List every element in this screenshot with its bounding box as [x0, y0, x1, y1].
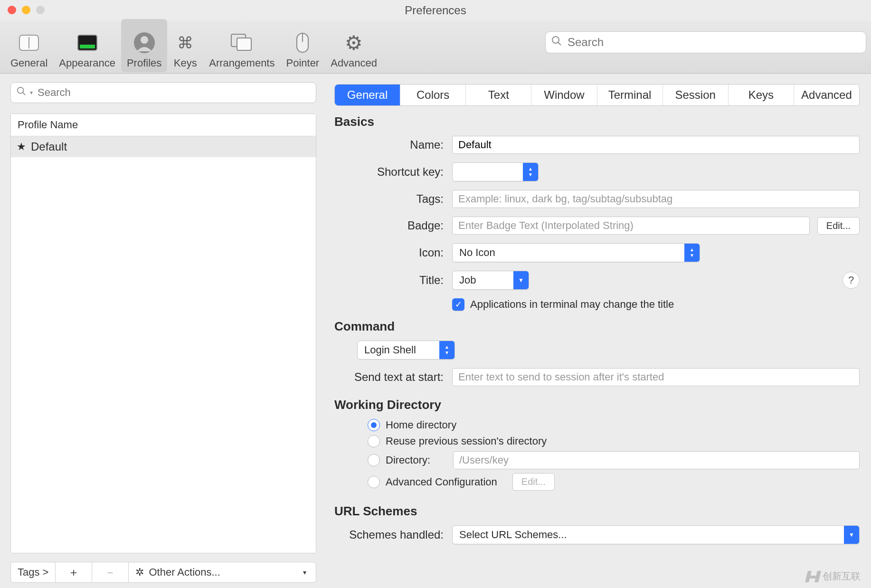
radio-icon [368, 454, 380, 466]
icon-value: No Icon [453, 247, 502, 259]
other-actions-label: Other Actions... [149, 566, 220, 579]
directory-input[interactable] [453, 451, 860, 469]
tab-text[interactable]: Text [466, 85, 531, 105]
profile-table-empty [11, 157, 316, 553]
section-url: URL Schemes [334, 504, 860, 519]
tags-label: Tags: [334, 192, 444, 206]
tab-keys[interactable]: ⌘ Keys [167, 19, 203, 72]
tab-arrangements-label: Arrangements [209, 57, 275, 69]
tab-arrangements[interactable]: Arrangements [203, 19, 280, 72]
svg-point-12 [18, 87, 24, 94]
title-select[interactable]: Job ▼ [452, 271, 529, 290]
tab-general[interactable]: General [5, 19, 53, 72]
tab-keys[interactable]: Keys [729, 85, 794, 105]
remove-profile-button[interactable]: － [92, 562, 129, 583]
profile-table: Profile Name ★ Default [10, 114, 316, 553]
shell-select[interactable]: Login Shell ▲▼ [357, 341, 455, 360]
tab-advanced[interactable]: ⚙ Advanced [325, 19, 383, 72]
star-icon: ★ [17, 141, 26, 153]
shell-value: Login Shell [358, 344, 423, 356]
stepper-icon: ▲▼ [684, 244, 700, 262]
tab-advanced[interactable]: Advanced [794, 85, 859, 105]
toolbar: General Appearance Profiles ⌘ Keys Arran… [0, 21, 871, 74]
titlebar: Preferences [0, 0, 871, 21]
watermark-icon [805, 571, 821, 582]
url-schemes-value: Select URL Schemes... [453, 529, 574, 541]
badge-input[interactable] [452, 217, 810, 235]
stepper-icon: ▲▼ [523, 163, 538, 181]
check-icon: ✓ [452, 298, 464, 311]
section-command: Command [334, 319, 860, 334]
radio-directory-label: Directory: [386, 454, 443, 466]
tags-button[interactable]: Tags > [10, 562, 56, 583]
tab-advanced-label: Advanced [331, 57, 377, 69]
watermark: 创新互联 [806, 570, 861, 583]
tab-profiles[interactable]: Profiles [121, 19, 167, 72]
tab-profiles-label: Profiles [127, 57, 161, 69]
radio-icon [368, 476, 380, 488]
url-schemes-label: Schemes handled: [334, 528, 444, 541]
profile-name-header: Profile Name [18, 119, 309, 131]
radio-directory[interactable]: Directory: [368, 451, 860, 469]
title-value: Job [453, 274, 483, 286]
svg-point-5 [141, 36, 148, 44]
send-text-input[interactable] [452, 368, 860, 386]
toolbar-search-input[interactable] [567, 35, 860, 49]
shortcut-label: Shortcut key: [334, 165, 444, 179]
svg-rect-7 [237, 38, 251, 50]
profile-table-header[interactable]: Profile Name [11, 114, 316, 136]
shortcut-select[interactable]: ▲▼ [452, 162, 539, 181]
profile-tabs: General Colors Text Window Terminal Sess… [334, 84, 860, 106]
window-title: Preferences [0, 4, 871, 17]
radio-reuse-dir[interactable]: Reuse previous session's directory [368, 435, 860, 447]
profile-search-input[interactable] [37, 86, 310, 99]
radio-icon [368, 419, 380, 431]
tab-terminal[interactable]: Terminal [597, 85, 663, 105]
url-schemes-select[interactable]: Select URL Schemes... ▼ [452, 525, 860, 544]
gear-icon: ✲ [135, 566, 144, 579]
pointer-icon [290, 30, 315, 55]
toolbar-search[interactable] [545, 31, 866, 53]
profile-search[interactable]: ▾ [10, 82, 316, 103]
section-basics: Basics [334, 114, 860, 129]
svg-line-13 [23, 93, 25, 95]
tab-general-label: General [10, 57, 47, 69]
tab-window[interactable]: Window [531, 85, 597, 105]
help-button[interactable]: ? [843, 272, 860, 289]
other-actions-button[interactable]: ✲ Other Actions... ▾ [129, 562, 316, 583]
title-change-checkbox[interactable]: ✓ Applications in terminal may change th… [452, 298, 674, 311]
radio-reuse-label: Reuse previous session's directory [386, 435, 547, 447]
radio-home-dir[interactable]: Home directory [368, 419, 860, 431]
tab-appearance[interactable]: Appearance [53, 19, 121, 72]
gear-icon: ⚙ [341, 30, 366, 55]
title-change-label: Applications in terminal may change the … [470, 298, 674, 311]
general-icon [17, 30, 41, 55]
icon-select[interactable]: No Icon ▲▼ [452, 243, 700, 262]
chevron-down-icon[interactable]: ▾ [30, 89, 33, 96]
zoom-icon[interactable] [36, 6, 45, 14]
tab-session[interactable]: Session [663, 85, 729, 105]
send-text-label: Send text at start: [334, 370, 444, 384]
keys-icon: ⌘ [173, 30, 198, 55]
name-input[interactable] [452, 136, 860, 154]
tab-colors[interactable]: Colors [400, 85, 466, 105]
add-profile-button[interactable]: ＋ [56, 562, 92, 583]
radio-home-label: Home directory [386, 419, 456, 431]
tab-pointer-label: Pointer [286, 57, 319, 69]
chevron-down-icon: ▾ [303, 569, 306, 576]
badge-edit-button[interactable]: Edit... [817, 217, 860, 235]
advanced-edit-button[interactable]: Edit... [512, 473, 555, 491]
tab-pointer[interactable]: Pointer [280, 19, 325, 72]
traffic-lights [8, 6, 45, 14]
name-label: Name: [334, 138, 444, 152]
badge-label: Badge: [334, 219, 444, 232]
profile-row[interactable]: ★ Default [11, 136, 316, 157]
radio-advanced[interactable]: Advanced Configuration Edit... [368, 473, 860, 491]
minimize-icon[interactable] [22, 6, 30, 14]
title-label: Title: [334, 274, 444, 287]
svg-line-11 [558, 42, 561, 45]
close-icon[interactable] [8, 6, 16, 14]
tags-input[interactable] [452, 190, 860, 208]
tab-general[interactable]: General [335, 85, 400, 105]
profile-sidebar: ▾ Profile Name ★ Default Tags > ＋ － ✲ Ot… [0, 74, 323, 588]
